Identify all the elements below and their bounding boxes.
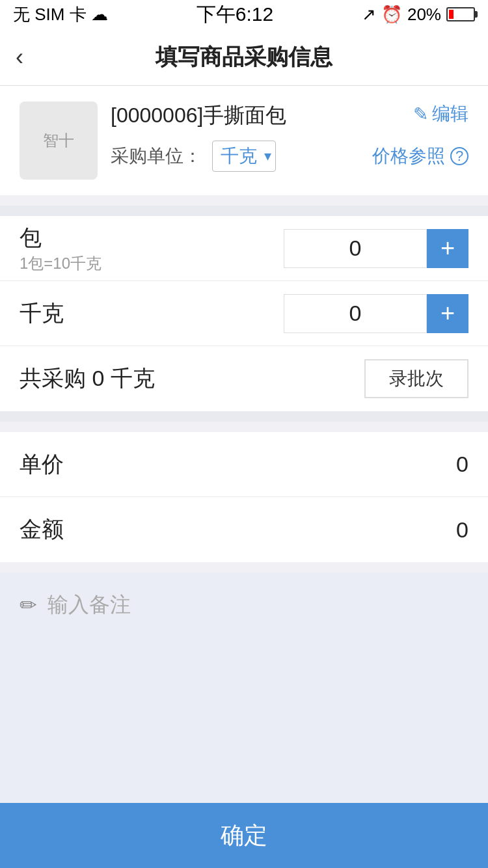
summary-text: 共采购 0 千克: [20, 364, 155, 394]
bag-quantity-input[interactable]: 0: [284, 229, 427, 268]
alarm-icon: ⏰: [381, 5, 402, 25]
divider-1: [0, 206, 488, 216]
kg-label-group: 千克: [20, 299, 64, 329]
kg-label: 千克: [20, 299, 64, 329]
product-title-row: [0000006]手撕面包 ✎ 编辑: [111, 102, 468, 130]
note-section[interactable]: ✏ 输入备注: [0, 573, 488, 638]
confirm-button-label: 确定: [221, 820, 267, 852]
battery-icon: [446, 7, 475, 21]
confirm-button[interactable]: 确定: [0, 803, 488, 868]
edit-button[interactable]: ✎ 编辑: [413, 102, 468, 126]
status-time: 下午6:12: [197, 1, 273, 28]
bag-plus-button[interactable]: +: [427, 229, 468, 268]
kg-quantity-input[interactable]: 0: [284, 294, 427, 333]
signal-text: 无 SIM 卡 ☁: [13, 3, 108, 26]
product-logo: 智十: [43, 130, 74, 151]
unit-select[interactable]: 千克: [212, 141, 276, 172]
product-image: 智十: [20, 102, 98, 180]
edit-icon: ✎: [413, 103, 428, 125]
battery-percent: 20%: [407, 5, 441, 25]
status-left: 无 SIM 卡 ☁: [13, 3, 108, 26]
price-ref-icon: ?: [450, 147, 468, 165]
nav-bar: ‹ 填写商品采购信息: [0, 29, 488, 86]
summary-row: 共采购 0 千克 录批次: [0, 346, 488, 411]
quantity-section: 包 1包=10千克 0 + 千克 0 + 共采购 0 千克 录批次: [0, 216, 488, 411]
kg-plus-button[interactable]: +: [427, 294, 468, 333]
amount-value: 0: [456, 517, 468, 543]
bag-label-group: 包 1包=10千克: [20, 223, 102, 274]
unit-price-row: 单价 0: [0, 432, 488, 497]
kg-input-right: 0 +: [284, 294, 468, 333]
note-placeholder: 输入备注: [47, 591, 131, 619]
batch-button[interactable]: 录批次: [364, 359, 468, 398]
product-name: [0000006]手撕面包: [111, 102, 286, 130]
amount-label: 金额: [20, 515, 64, 545]
note-icon: ✏: [20, 593, 37, 617]
bag-row: 包 1包=10千克 0 +: [0, 216, 488, 281]
status-bar: 无 SIM 卡 ☁ 下午6:12 ↗ ⏰ 20%: [0, 0, 488, 29]
product-card: 智十 [0000006]手撕面包 ✎ 编辑 采购单位： 千克 价格参照 ?: [0, 86, 488, 195]
bag-label: 包: [20, 223, 102, 253]
unit-price-label: 单价: [20, 450, 64, 480]
bag-input-right: 0 +: [284, 229, 468, 268]
status-right: ↗ ⏰ 20%: [362, 5, 475, 25]
back-button[interactable]: ‹: [16, 44, 23, 71]
product-info: [0000006]手撕面包 ✎ 编辑 采购单位： 千克 价格参照 ?: [111, 102, 468, 172]
unit-label: 采购单位：: [111, 144, 202, 169]
location-icon: ↗: [362, 5, 376, 25]
price-section: 单价 0 金额 0: [0, 432, 488, 562]
bottom-space: [0, 638, 488, 820]
amount-row: 金额 0: [0, 497, 488, 562]
price-ref-button[interactable]: 价格参照 ?: [372, 144, 468, 169]
unit-price-value: 0: [456, 452, 468, 477]
divider-2: [0, 411, 488, 422]
price-ref-label: 价格参照: [372, 144, 445, 169]
kg-row: 千克 0 +: [0, 281, 488, 346]
edit-label: 编辑: [432, 102, 468, 126]
bag-sub-label: 1包=10千克: [20, 253, 102, 274]
page-title: 填写商品采购信息: [156, 42, 332, 72]
unit-row: 采购单位： 千克 价格参照 ?: [111, 141, 468, 172]
